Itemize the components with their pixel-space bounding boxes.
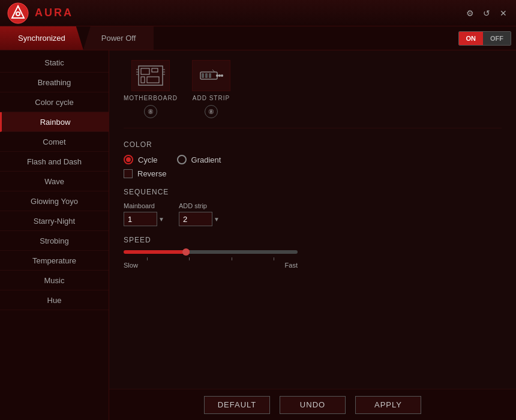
sequence-section: SEQUENCE Mainboard ▼ ADD strip ▼ xyxy=(124,188,502,226)
tab-synchronized[interactable]: Synchronized xyxy=(0,26,83,50)
apply-button[interactable]: APPLY xyxy=(355,396,421,414)
refresh-icon[interactable]: ↺ xyxy=(481,8,492,19)
svg-point-18 xyxy=(221,74,223,77)
speed-fast-label: Fast xyxy=(285,262,298,269)
sidebar-item-glowing-yoyo[interactable]: Glowing Yoyo xyxy=(0,191,109,211)
svg-rect-7 xyxy=(141,77,145,83)
reverse-checkbox-row[interactable]: Reverse xyxy=(124,169,502,178)
sidebar-item-music[interactable]: Music xyxy=(0,271,109,290)
sequence-row: Mainboard ▼ ADD strip ▼ xyxy=(124,202,502,226)
tick-2 xyxy=(189,257,190,260)
sidebar-item-starry-night[interactable]: Starry-Night xyxy=(0,211,109,231)
reverse-checkbox[interactable] xyxy=(124,169,133,178)
seq-mainboard-input-wrap: ▼ xyxy=(124,212,164,226)
app-title: AURA xyxy=(35,7,464,19)
devices-row: MOTHERBOARD ⑧ xyxy=(124,60,502,128)
device-motherboard[interactable]: MOTHERBOARD ⑧ xyxy=(124,60,178,118)
svg-rect-21 xyxy=(209,73,211,78)
svg-point-3 xyxy=(17,13,19,15)
motherboard-icon-box xyxy=(131,60,170,91)
toggle-on[interactable]: ON xyxy=(459,32,484,45)
speed-labels: Slow Fast xyxy=(124,262,298,269)
main-panel: MOTHERBOARD ⑧ xyxy=(109,50,516,420)
sidebar-item-static[interactable]: Static xyxy=(0,53,109,73)
svg-rect-20 xyxy=(205,73,208,78)
sidebar-item-temperature[interactable]: Temperature xyxy=(0,251,109,271)
svg-point-16 xyxy=(216,74,218,77)
color-radio-row: Cycle Gradient xyxy=(124,155,502,164)
seq-add-strip-input-wrap: ▼ xyxy=(179,212,220,226)
sidebar-item-wave[interactable]: Wave xyxy=(0,172,109,191)
undo-button[interactable]: UNDO xyxy=(280,396,346,414)
seq-add-strip: ADD strip ▼ xyxy=(179,202,220,226)
sidebar-item-strobing[interactable]: Strobing xyxy=(0,231,109,251)
seq-add-strip-input[interactable] xyxy=(179,212,212,226)
default-button[interactable]: DEFAULT xyxy=(204,396,270,414)
settings-icon[interactable]: ⚙ xyxy=(464,8,475,19)
seq-add-strip-arrow: ▼ xyxy=(214,216,220,223)
sidebar-item-rainbow[interactable]: Rainbow xyxy=(0,112,109,132)
seq-mainboard-arrow: ▼ xyxy=(158,216,164,223)
svg-rect-8 xyxy=(147,77,159,83)
tabbar: Synchronized Power Off ON OFF xyxy=(0,26,516,50)
seq-add-strip-label: ADD strip xyxy=(179,202,220,209)
toggle-wrap[interactable]: ON OFF xyxy=(458,31,512,46)
tick-1 xyxy=(147,257,148,260)
titlebar-controls: ⚙ ↺ ✕ xyxy=(464,8,509,19)
sidebar-item-hue[interactable]: Hue xyxy=(0,290,109,310)
color-option-cycle[interactable]: Cycle xyxy=(124,155,158,164)
content: Static Breathing Color cycle Rainbow Com… xyxy=(0,50,516,420)
svg-rect-19 xyxy=(202,73,204,78)
add-strip-icon-box xyxy=(192,60,230,91)
color-section: COLOR Cycle Gradient Reverse xyxy=(124,140,502,178)
tick-3 xyxy=(232,257,232,260)
speed-section: SPEED Slow Fast xyxy=(124,236,502,269)
add-strip-icon xyxy=(197,64,226,88)
motherboard-icon xyxy=(136,64,165,88)
svg-rect-5 xyxy=(141,68,149,74)
sidebar: Static Breathing Color cycle Rainbow Com… xyxy=(0,50,109,420)
sidebar-item-comet[interactable]: Comet xyxy=(0,132,109,152)
speed-handle[interactable] xyxy=(182,248,190,256)
seq-mainboard-label: Mainboard xyxy=(124,202,164,209)
main: Synchronized Power Off ON OFF Static Bre… xyxy=(0,26,516,420)
onoff-toggle: ON OFF xyxy=(458,26,512,50)
seq-mainboard-input[interactable] xyxy=(124,212,157,226)
sidebar-item-breathing[interactable]: Breathing xyxy=(0,73,109,92)
sidebar-item-color-cycle[interactable]: Color cycle xyxy=(0,92,109,112)
seq-mainboard: Mainboard ▼ xyxy=(124,202,164,226)
speed-slow-label: Slow xyxy=(124,262,138,269)
sidebar-item-flash-and-dash[interactable]: Flash and Dash xyxy=(0,152,109,172)
motherboard-number: ⑧ xyxy=(144,105,157,118)
color-section-label: COLOR xyxy=(124,140,502,149)
close-icon[interactable]: ✕ xyxy=(498,8,509,19)
speed-section-label: SPEED xyxy=(124,236,502,244)
svg-rect-6 xyxy=(152,68,158,72)
sequence-section-label: SEQUENCE xyxy=(124,188,502,196)
speed-ticks xyxy=(124,257,298,260)
device-add-strip[interactable]: ADD STRIP ⑧ xyxy=(192,60,230,118)
motherboard-label: MOTHERBOARD xyxy=(124,95,178,101)
toggle-off[interactable]: OFF xyxy=(483,32,511,45)
tab-poweroff[interactable]: Power Off xyxy=(83,26,154,50)
add-strip-number: ⑧ xyxy=(205,105,218,118)
speed-slider-wrap: Slow Fast xyxy=(124,250,502,269)
rog-logo xyxy=(7,2,29,24)
bottom-bar: DEFAULT UNDO APPLY xyxy=(109,389,516,420)
tick-4 xyxy=(274,257,274,260)
svg-point-17 xyxy=(218,74,221,77)
cycle-radio[interactable] xyxy=(124,155,133,164)
speed-slider[interactable] xyxy=(124,250,298,254)
titlebar: AURA ⚙ ↺ ✕ xyxy=(0,0,516,26)
color-option-gradient[interactable]: Gradient xyxy=(177,155,221,164)
add-strip-label: ADD STRIP xyxy=(193,95,230,101)
gradient-radio[interactable] xyxy=(177,155,187,164)
